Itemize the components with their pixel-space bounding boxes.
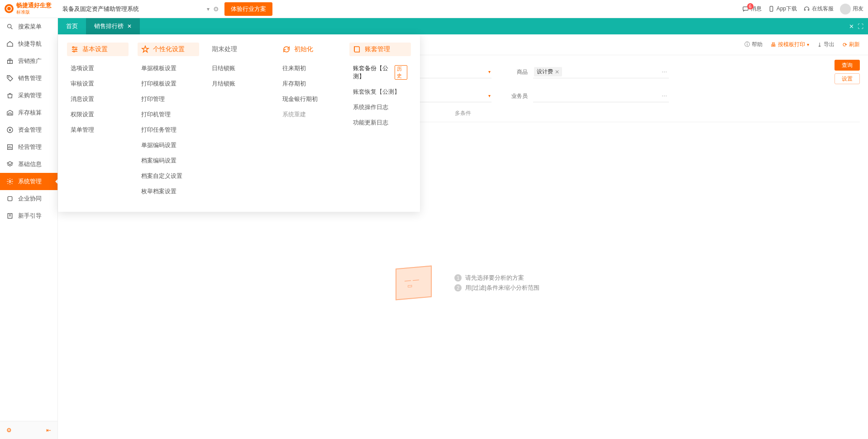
- brand-edition: 标准版: [16, 9, 52, 15]
- gear-icon[interactable]: ⚙: [213, 5, 219, 13]
- messages-badge: 6: [747, 3, 754, 10]
- topbar-right: 消息 6 App下载 在线客服 用友: [742, 4, 863, 14]
- brand-icon: [5, 4, 14, 13]
- phone-icon: [768, 5, 775, 12]
- user-menu[interactable]: 用友: [840, 4, 863, 14]
- svg-rect-1: [770, 6, 773, 11]
- trial-button[interactable]: 体验行业方案: [224, 2, 272, 16]
- topbar: 畅捷通好生意 标准版 装备及固定资产辅助管理系统 ▾ ⚙ 体验行业方案 消息 6…: [0, 0, 868, 18]
- headset-icon: [803, 5, 810, 12]
- logo[interactable]: 畅捷通好生意 标准版: [5, 2, 58, 15]
- online-service[interactable]: 在线客服: [803, 5, 834, 13]
- username: 用友: [853, 5, 863, 13]
- system-name: 装备及固定资产辅助管理系统: [62, 5, 139, 13]
- avatar-icon: [840, 4, 851, 14]
- chevron-down-icon: ▾: [207, 6, 210, 12]
- system-selector[interactable]: 装备及固定资产辅助管理系统 ▾ ⚙ 体验行业方案: [62, 2, 272, 16]
- messages-button[interactable]: 消息 6: [742, 5, 762, 13]
- app-download[interactable]: App下载: [768, 5, 797, 13]
- brand-name: 畅捷通好生意: [16, 2, 52, 9]
